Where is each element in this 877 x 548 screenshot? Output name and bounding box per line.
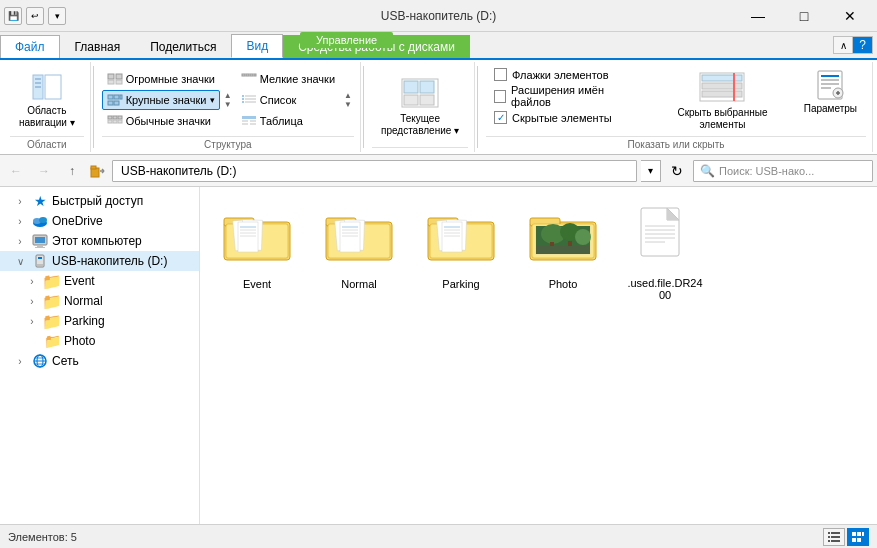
quick-access-expander[interactable]: › [12,193,28,209]
file-item-event[interactable]: Event [212,199,302,306]
ribbon-group-current-view: Текущеепредставление ▾ [366,62,475,152]
svg-rect-113 [536,246,590,254]
quick-access-toolbar-save[interactable]: 💾 [4,7,22,25]
ribbon-panel: Областьнавигации ▾ Области Огромные знач… [0,60,877,155]
sidebar-item-network[interactable]: › Сеть [0,351,199,371]
current-view-group-label [372,147,468,150]
svg-rect-132 [857,538,861,542]
areas-group-label: Области [10,136,84,150]
computer-expander[interactable]: › [12,233,28,249]
svg-rect-54 [91,166,96,169]
view-btn-huge[interactable]: Огромные значки [102,69,220,89]
svg-rect-64 [35,247,45,248]
extensions-checkbox[interactable] [494,90,506,103]
help-btn[interactable]: ? [853,36,873,54]
svg-rect-15 [113,116,117,119]
close-button[interactable]: ✕ [827,0,873,32]
file-item-photo[interactable]: Photo [518,199,608,306]
svg-rect-16 [118,116,122,119]
tab-file[interactable]: Файл [0,35,60,58]
svg-rect-8 [116,80,122,84]
normal-icon [107,113,123,129]
tab-share[interactable]: Поделиться [135,35,231,58]
svg-rect-4 [35,86,41,88]
expand-down[interactable]: ▼ [224,100,232,109]
view-btn-table[interactable]: Таблица [236,111,340,131]
large-label: Крупные значки [126,94,207,106]
view-btn-list[interactable]: Список [236,90,340,110]
file-item-parking[interactable]: Parking [416,199,506,306]
forward-button[interactable]: → [32,159,56,183]
hide-params-group: Скрыть выбранные элементы [658,64,866,136]
view-btn-normal[interactable]: Обычные значки [102,111,220,131]
svg-rect-33 [242,123,248,125]
sidebar-item-computer[interactable]: › Этот компьютер [0,231,199,251]
ribbon-collapse-btn[interactable]: ∧ [833,36,853,54]
quick-access-toolbar-down[interactable]: ▾ [48,7,66,25]
normal-expander[interactable]: › [24,293,40,309]
svg-rect-22 [250,74,253,76]
event-file-label: Event [243,278,271,290]
minimize-button[interactable]: — [735,0,781,32]
params-label: Параметры [804,103,857,114]
onedrive-expander[interactable]: › [12,213,28,229]
address-dropdown[interactable]: ▾ [641,160,661,182]
current-view-icon [400,75,440,111]
file-item-used[interactable]: .used.file.DR2400 [620,199,710,306]
search-box[interactable]: 🔍 Поиск: USB-нако... [693,160,873,182]
view-btn-small[interactable]: Мелкие значки [236,69,340,89]
sidebar-item-event[interactable]: › 📁 Event [0,271,199,291]
network-expander[interactable]: › [12,353,28,369]
sidebar-item-parking[interactable]: › 📁 Parking [0,311,199,331]
refresh-button[interactable]: ↻ [665,159,689,183]
hide-selected-button[interactable]: Скрыть выбранные элементы [658,64,786,136]
maximize-button[interactable]: □ [781,0,827,32]
list-view-toggle[interactable] [823,528,845,546]
sidebar-item-quick-access[interactable]: › ★ Быстрый доступ [0,191,199,211]
expand-arrows: ▲ ▼ [222,91,234,109]
params-button[interactable]: Параметры [795,64,866,136]
svg-rect-124 [828,536,830,538]
flags-checkbox[interactable] [494,68,507,81]
tab-view[interactable]: Вид [231,34,283,58]
address-path[interactable]: USB-накопитель (D:) [112,160,637,182]
parking-folder-icon: 📁 [44,313,60,329]
svg-rect-66 [38,257,42,259]
expand-down-2[interactable]: ▼ [344,100,352,109]
view-btn-large[interactable]: Крупные значки ▾ [102,90,220,110]
svg-rect-29 [245,101,256,103]
sidebar-item-normal[interactable]: › 📁 Normal [0,291,199,311]
hide-selected-label: Скрыть выбранные элементы [663,107,781,131]
sidebar-item-photo[interactable]: 📁 Photo [0,331,199,351]
up-button[interactable]: ↑ [60,159,84,183]
usb-expander[interactable]: ∨ [12,253,28,269]
parking-expander[interactable]: › [24,313,40,329]
normal-folder-icon: 📁 [44,293,60,309]
used-file-label: .used.file.DR2400 [625,277,705,301]
svg-rect-27 [245,98,256,100]
expand-up-2[interactable]: ▲ [344,91,352,100]
svg-rect-128 [852,532,856,536]
quick-access-toolbar-undo[interactable]: ↩ [26,7,44,25]
svg-rect-122 [828,532,830,534]
nav-area-button[interactable]: Областьнавигации ▾ [10,66,84,134]
table-icon [241,113,257,129]
svg-rect-43 [702,91,742,97]
sidebar-item-onedrive[interactable]: › OneDrive [0,211,199,231]
expand-up[interactable]: ▲ [224,91,232,100]
svg-rect-34 [250,123,256,125]
tab-home[interactable]: Главная [60,35,136,58]
back-button[interactable]: ← [4,159,28,183]
svg-rect-32 [250,120,256,122]
sidebar-item-usb[interactable]: ∨ USB-накопитель (D:) [0,251,199,271]
grid-view-toggle[interactable] [847,528,869,546]
onedrive-label: OneDrive [52,214,103,228]
nav-area-icon [31,71,63,103]
event-expander[interactable]: › [24,273,40,289]
svg-rect-5 [108,74,114,79]
file-item-normal[interactable]: Normal [314,199,404,306]
svg-rect-48 [821,83,839,85]
current-view-button[interactable]: Текущеепредставление ▾ [372,70,468,142]
event-folder-icon: 📁 [44,273,60,289]
hidden-checkbox[interactable] [494,111,507,124]
